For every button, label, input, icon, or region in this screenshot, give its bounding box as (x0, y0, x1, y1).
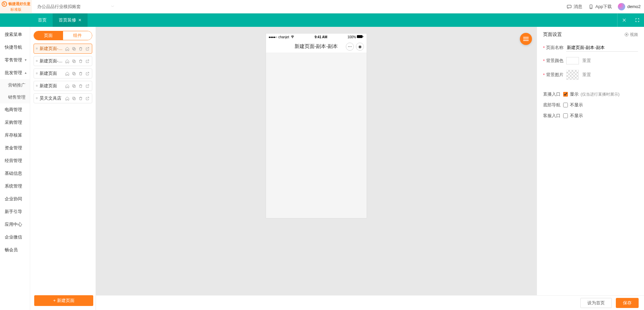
svg-rect-9 (73, 85, 75, 88)
bg-image-reset[interactable]: 重置 (582, 72, 591, 78)
tabstrip-close-button[interactable] (617, 13, 631, 27)
copy-icon[interactable] (71, 84, 76, 89)
nav-item-9[interactable]: 基础信息 (0, 167, 30, 180)
home-icon[interactable] (65, 84, 70, 89)
external-link-icon[interactable] (85, 46, 90, 51)
page-item-name: 新建页面-副本... (40, 46, 63, 52)
nav-item-5[interactable]: 采购管理 (0, 116, 30, 129)
segment-page[interactable]: 页面 (34, 31, 63, 40)
copy-icon[interactable] (71, 71, 76, 76)
nav-item-8[interactable]: 经营管理 (0, 154, 30, 167)
nav-item-10[interactable]: 系统管理 (0, 180, 30, 193)
account-selector[interactable]: 办公品品行业模拟账套 ﹀ (37, 4, 114, 10)
nav-item-15[interactable]: 畅会员 (0, 244, 30, 256)
canvas: ●●●●○ chanjet 9:41 AM 100% (96, 27, 537, 310)
top-header: b 畅捷通好生意 标准版 办公品品行业模拟账套 ﹀ 消息 App下载 demo2 (0, 0, 644, 13)
header-download[interactable]: App下载 (588, 4, 612, 10)
home-icon[interactable] (65, 71, 70, 76)
capsule-close-icon: ◉ (356, 43, 364, 51)
phone-icon (588, 4, 594, 9)
nav-item-0[interactable]: 搜索菜单 (0, 28, 30, 41)
page-item-2[interactable]: ≡新建页面 (34, 68, 92, 79)
copy-icon[interactable] (71, 46, 76, 51)
copy-icon[interactable] (71, 59, 76, 64)
nav-item-3[interactable]: 批发管理▲ (0, 66, 30, 79)
home-icon[interactable] (65, 59, 70, 64)
delete-icon[interactable] (78, 84, 83, 89)
brand-logo-icon: b (2, 1, 7, 7)
segment-component[interactable]: 组件 (63, 31, 92, 40)
delete-icon[interactable] (78, 96, 83, 101)
svg-rect-4 (72, 47, 75, 50)
drag-handle-icon[interactable]: ≡ (36, 72, 38, 75)
external-link-icon[interactable] (85, 59, 90, 64)
header-message[interactable]: 消息 (567, 4, 582, 10)
copy-icon[interactable] (71, 96, 76, 101)
bg-color-swatch[interactable] (566, 57, 579, 64)
new-page-button[interactable]: + 新建页面 (34, 295, 93, 306)
svg-rect-14 (363, 36, 364, 37)
svg-rect-3 (73, 48, 75, 50)
page-item-0[interactable]: ≡新建页面-副本... (34, 44, 92, 54)
settings-title: 页面设置 (543, 32, 562, 38)
page-item-1[interactable]: ≡新建页面-副本 (34, 56, 92, 66)
delete-icon[interactable] (78, 71, 83, 76)
account-selector-label: 办公品品行业模拟账套 (37, 4, 81, 10)
svg-rect-8 (72, 72, 75, 74)
row-page-name: * 页面名称 (543, 44, 638, 52)
external-link-icon[interactable] (85, 71, 90, 76)
capsule-menu-icon: ⋯ (346, 43, 354, 51)
svg-rect-7 (73, 73, 75, 75)
nav-item-14[interactable]: 企业微信 (0, 231, 30, 244)
nav-item-13[interactable]: 应用中心 (0, 218, 30, 231)
nav-item-12[interactable]: 新手引导 (0, 205, 30, 218)
delete-icon[interactable] (78, 46, 83, 51)
drag-handle-icon[interactable]: ≡ (36, 97, 38, 100)
segment-control: 页面 组件 (34, 31, 92, 40)
tab-decor[interactable]: 首页装修 ✕ (53, 13, 88, 27)
home-icon[interactable] (65, 96, 70, 101)
page-item-4[interactable]: ≡昊天文具店 (34, 93, 92, 103)
external-link-icon[interactable] (85, 84, 90, 89)
tab-home[interactable]: 首页 (32, 13, 53, 27)
wifi-icon (290, 35, 294, 39)
live-entry-checkbox[interactable] (563, 92, 568, 97)
bottom-nav-checkbox[interactable] (563, 103, 568, 107)
set-home-button[interactable]: 设为首页 (580, 298, 612, 308)
svg-rect-11 (73, 98, 75, 100)
nav-item-2[interactable]: 零售管理▼ (0, 54, 30, 66)
phone-title-bar: 新建页面-副本-副本 ⋯ ◉ (266, 40, 367, 53)
save-button[interactable]: 保存 (616, 298, 639, 308)
drag-handle-icon[interactable]: ≡ (36, 84, 38, 88)
phone-status-bar: ●●●●○ chanjet 9:41 AM 100% (266, 34, 367, 40)
nav-item-4[interactable]: 电商管理 (0, 103, 30, 116)
drag-handle-icon[interactable]: ≡ (36, 47, 38, 50)
external-link-icon[interactable] (85, 96, 90, 101)
avatar[interactable] (618, 3, 625, 10)
nav-item-6[interactable]: 库存核算 (0, 129, 30, 142)
phone-preview: ●●●●○ chanjet 9:41 AM 100% (266, 34, 367, 218)
page-item-3[interactable]: ≡新建页面 (34, 81, 92, 91)
nav-item-7[interactable]: 资金管理 (0, 142, 30, 154)
nav-item-11[interactable]: 企业协同 (0, 193, 30, 205)
row-bg-color: * 背景颜色 重置 (543, 57, 638, 64)
drag-handle-icon[interactable]: ≡ (36, 59, 38, 63)
page-name-input[interactable] (566, 44, 638, 52)
bg-image-swatch[interactable] (566, 70, 579, 80)
delete-icon[interactable] (78, 59, 83, 64)
side-nav: 搜索菜单快捷导航零售管理▼批发管理▲营销推广销售管理电商管理采购管理库存核算资金… (0, 27, 30, 310)
signal-icon: ●●●●○ (269, 35, 277, 39)
close-icon[interactable]: ✕ (78, 18, 82, 22)
nav-sub-3-0[interactable]: 营销推广 (0, 79, 30, 91)
video-link[interactable]: 视频 (625, 32, 638, 38)
nav-item-1[interactable]: 快捷导航 (0, 41, 30, 54)
cs-entry-checkbox[interactable] (563, 113, 568, 118)
tabstrip-fullscreen-button[interactable] (631, 13, 644, 27)
page-item-name: 新建页面 (40, 83, 63, 89)
footer: 设为首页 保存 (96, 295, 644, 310)
canvas-menu-fab[interactable] (520, 33, 532, 45)
nav-sub-3-1[interactable]: 销售管理 (0, 91, 30, 103)
row-bg-image: * 背景图片 重置 (543, 70, 638, 80)
home-icon[interactable] (65, 46, 70, 51)
bg-color-reset[interactable]: 重置 (582, 58, 591, 64)
